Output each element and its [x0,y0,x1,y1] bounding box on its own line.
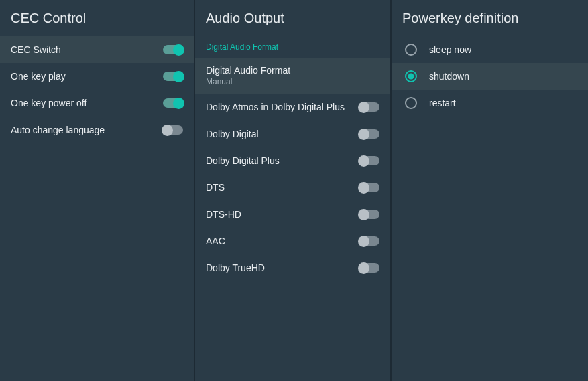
aac-label: AAC [206,236,225,246]
one-key-play-row[interactable]: One key play [0,63,194,90]
dts-label: DTS [206,182,225,193]
dts-hd-label: DTS-HD [206,209,241,220]
cec-title-text: CEC Control [11,11,86,26]
dts-hd-row[interactable]: DTS-HD [195,201,390,228]
one-key-power-off-row[interactable]: One key power off [0,90,194,117]
one-key-play-label: One key play [11,71,66,82]
audio-panel: Audio Output Digital Audio Format Digita… [195,0,392,381]
shutdown-radio[interactable] [405,70,417,82]
powerkey-panel: Powerkey definition sleep now shutdown r… [392,0,588,381]
auto-change-language-label: Auto change language [11,125,105,135]
cec-switch-row[interactable]: CEC Switch [0,36,194,63]
aac-row[interactable]: AAC [195,228,390,254]
one-key-power-off-toggle[interactable] [163,98,183,108]
aac-toggle[interactable] [359,236,379,246]
restart-row[interactable]: restart [392,90,588,117]
digital-audio-format-row[interactable]: Digital Audio Format Manual [195,58,390,94]
sleep-now-row[interactable]: sleep now [392,36,588,63]
one-key-power-off-label: One key power off [11,98,86,108]
cec-panel: CEC Control CEC Switch One key play One … [0,0,195,381]
cec-switch-label: CEC Switch [11,44,61,55]
cec-switch-toggle[interactable] [163,45,183,54]
dolby-digital-plus-row[interactable]: Dolby Digital Plus [195,147,390,174]
dts-row[interactable]: DTS [195,174,390,201]
sleep-now-label: sleep now [429,44,471,55]
dolby-digital-row[interactable]: Dolby Digital [195,121,390,147]
dts-hd-toggle[interactable] [359,210,379,219]
powerkey-title: Powerkey definition [392,0,588,36]
audio-section-label: Digital Audio Format [195,36,390,58]
dolby-digital-label: Dolby Digital [206,129,259,139]
audio-section-label-text: Digital Audio Format [206,42,278,52]
cec-title: CEC Control [0,0,194,36]
shutdown-row[interactable]: shutdown [392,63,588,90]
shutdown-label: shutdown [429,71,469,82]
auto-change-language-row[interactable]: Auto change language [0,117,194,143]
powerkey-title-text: Powerkey definition [402,11,518,26]
dolby-atmos-toggle[interactable] [359,102,379,112]
digital-audio-format-subtitle: Manual [206,77,379,86]
dolby-truehd-row[interactable]: Dolby TrueHD [195,254,390,281]
dolby-atmos-label: Dolby Atmos in Dolby Digital Plus [206,102,345,112]
restart-label: restart [429,98,456,108]
audio-title: Audio Output [195,0,390,36]
dolby-digital-plus-toggle[interactable] [359,156,379,165]
audio-title-text: Audio Output [206,11,284,26]
auto-change-language-toggle[interactable] [163,125,183,135]
restart-radio[interactable] [405,97,417,109]
dolby-truehd-toggle[interactable] [359,263,379,273]
dolby-digital-toggle[interactable] [359,129,379,139]
dts-toggle[interactable] [359,183,379,192]
dolby-truehd-label: Dolby TrueHD [206,262,265,273]
dolby-digital-plus-label: Dolby Digital Plus [206,155,280,166]
digital-audio-format-title: Digital Audio Format [206,65,379,76]
one-key-play-toggle[interactable] [163,72,183,81]
sleep-now-radio[interactable] [405,44,417,56]
dolby-atmos-row[interactable]: Dolby Atmos in Dolby Digital Plus [195,94,390,121]
